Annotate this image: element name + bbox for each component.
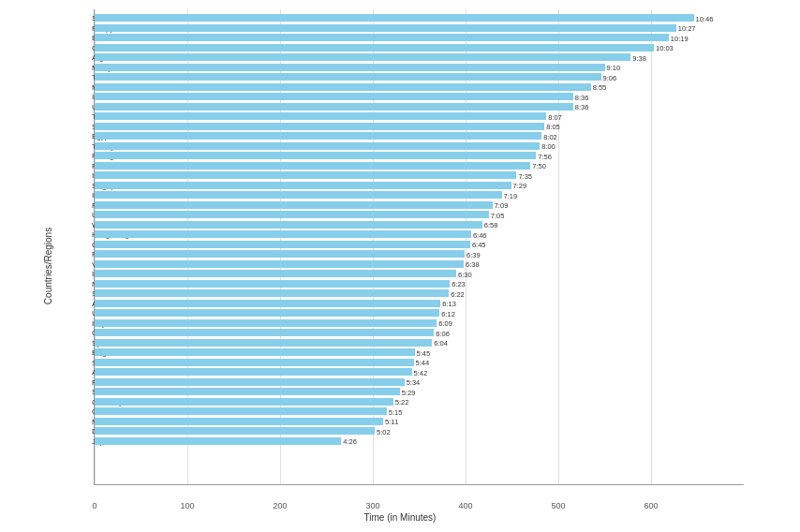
table-row: India7:19	[95, 191, 744, 200]
table-row: Switzerland5:44	[95, 359, 744, 367]
bar-value-label: 6:46	[473, 231, 487, 240]
bar-fill	[95, 329, 434, 336]
table-row: Spain6:04	[95, 339, 744, 347]
bar-value-label: 10:27	[678, 24, 696, 33]
bar-fill	[95, 260, 464, 268]
bar-value-label: 10:03	[656, 44, 674, 52]
table-row: Worldwide6:58	[95, 221, 744, 229]
table-row: Australia6:13	[95, 300, 744, 308]
bar-value-label: 9:10	[607, 64, 621, 72]
bar-fill	[95, 73, 601, 81]
chart-container: Countries/Regions Time (in Minutes) Sout…	[0, 0, 800, 532]
bar-value-label: 6:30	[458, 271, 472, 279]
bar-fill	[95, 289, 449, 297]
table-row: Sweden6:22	[95, 289, 744, 298]
bar-fill	[95, 280, 450, 288]
bar-fill	[95, 162, 530, 170]
bar-fill	[95, 44, 654, 52]
bar-value-label: 6:58	[484, 221, 498, 229]
bar-value-label: 6:39	[467, 251, 481, 259]
bar-value-label: 8:07	[548, 113, 562, 122]
bar-value-label: 6:13	[442, 300, 456, 308]
table-row: USA7:05	[95, 211, 744, 219]
table-row: Ireland6:30	[95, 270, 744, 278]
bar-value-label: 7:35	[518, 172, 532, 181]
bar-value-label: 5:02	[377, 428, 391, 436]
chart-area: South Africa10:46Philippines10:27Brazil1…	[94, 9, 744, 485]
table-row: Philippines10:27	[95, 24, 744, 33]
table-row: Romania7:09	[95, 201, 744, 210]
table-row: Italy6:09	[95, 319, 744, 328]
bar-value-label: 9:38	[632, 54, 646, 63]
table-row: Greece6:06	[95, 329, 744, 337]
y-axis-title: Countries/Regions	[43, 228, 53, 304]
bar-value-label: 7:56	[538, 153, 552, 161]
bar-value-label: 5:15	[389, 408, 403, 417]
bar-fill	[95, 191, 502, 199]
bar-fill	[95, 418, 383, 425]
x-tick-label: 500	[551, 501, 565, 510]
bar-fill	[95, 64, 605, 71]
bar-fill	[95, 201, 493, 209]
table-row: Hong Kong6:46	[95, 230, 744, 239]
bar-fill	[95, 398, 393, 406]
table-row: China5:15	[95, 407, 744, 416]
bar-value-label: 5:45	[417, 349, 431, 358]
bar-value-label: 7:19	[504, 192, 518, 200]
bar-fill	[95, 53, 630, 61]
bar-fill	[95, 142, 540, 150]
bar-fill	[95, 359, 414, 366]
table-row: Vietnam6:38	[95, 260, 744, 269]
bar-value-label: 7:50	[532, 162, 546, 170]
bar-fill	[95, 339, 432, 347]
table-row: Colombia10:03	[95, 44, 744, 52]
bar-fill	[95, 437, 341, 445]
bar-fill	[95, 368, 412, 376]
bar-fill	[95, 230, 471, 238]
bar-value-label: 10:19	[671, 35, 689, 43]
bar-fill	[95, 427, 375, 435]
bar-fill	[95, 152, 536, 159]
x-tick-label: 100	[180, 501, 194, 510]
bar-fill	[95, 182, 511, 189]
x-tick-label: 300	[365, 501, 379, 510]
table-row: South Korea5:29	[95, 388, 744, 396]
bar-fill	[95, 34, 669, 41]
bar-value-label: 5:44	[416, 359, 430, 367]
bar-fill	[95, 348, 415, 356]
table-row: France5:34	[95, 378, 744, 387]
bar-value-label: 8:00	[541, 142, 556, 151]
bar-fill	[95, 250, 465, 258]
bar-fill	[95, 112, 546, 120]
bar-value-label: 10:46	[696, 15, 714, 23]
table-row: Russia7:50	[95, 162, 744, 170]
table-row: Argentina9:38	[95, 53, 744, 62]
table-row: Japan4:26	[95, 437, 744, 446]
bar-value-label: 6:38	[466, 260, 480, 269]
table-row: Belgium5:45	[95, 348, 744, 357]
table-row: Egypt8:02	[95, 132, 744, 140]
bar-value-label: 5:42	[414, 369, 428, 377]
bar-fill	[95, 221, 482, 229]
bar-value-label: 8:05	[546, 123, 560, 131]
table-row: Indonesia8:36	[95, 93, 744, 101]
table-row: Canada6:45	[95, 241, 744, 249]
table-row: Austria5:42	[95, 368, 744, 377]
table-row: Israel7:35	[95, 171, 744, 180]
bar-fill	[95, 407, 387, 415]
bar-value-label: 6:09	[438, 319, 452, 328]
bar-value-label: 4:26	[343, 437, 357, 446]
bar-value-label: 5:29	[402, 389, 416, 397]
bar-fill	[95, 241, 470, 248]
bar-fill	[95, 319, 437, 327]
bar-value-label: 8:36	[575, 94, 589, 102]
bar-value-label: 7:09	[495, 201, 509, 210]
table-row: Mexico8:55	[95, 83, 744, 92]
bar-fill	[95, 211, 489, 218]
bar-fill	[95, 103, 573, 111]
table-row: Portugal7:56	[95, 152, 744, 160]
bar-fill	[95, 309, 439, 317]
x-tick-label: 0	[92, 501, 96, 510]
bar-value-label: 6:23	[452, 280, 466, 288]
bar-value-label: 6:12	[441, 310, 455, 318]
